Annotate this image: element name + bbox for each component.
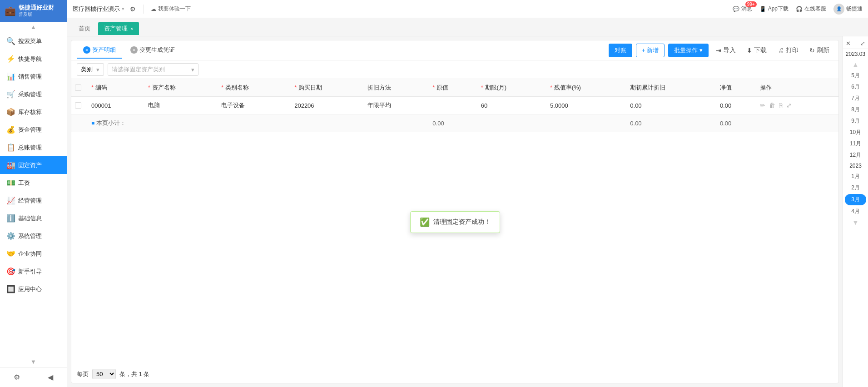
download-button[interactable]: ⬇ 下载 (743, 44, 770, 57)
month-item-5[interactable]: 5月 (843, 70, 868, 81)
tab-home-label: 首页 (79, 25, 90, 33)
months-scroll-up[interactable]: ▲ (843, 59, 868, 70)
refresh-button[interactable]: ↻ 刷新 (806, 44, 833, 57)
month-item-9[interactable]: 9月 (843, 115, 868, 127)
sidebar-scroll-down[interactable]: ▼ (0, 357, 67, 367)
sub-tab-asset-detail[interactable]: ≡ 资产明细 (77, 42, 122, 59)
table-header-purchase-date: * 购买日期 (291, 79, 364, 97)
right-panel-header: ✕ ⤢ (843, 38, 868, 49)
collapse-button[interactable]: ◀ (44, 371, 57, 383)
subtotal-empty-checkbox (71, 114, 88, 132)
tab-asset-mgmt[interactable]: 资产管理 × (98, 22, 139, 35)
month-item-8[interactable]: 8月 (843, 104, 868, 115)
table-header-period-accum: 期初累计折旧 (626, 79, 716, 97)
subtotal-net-value: 0.00 (716, 114, 756, 132)
category-label: 类别 (81, 65, 93, 74)
row-purchase-date: 202206 (291, 97, 364, 114)
month-item-3[interactable]: 3月 (845, 194, 866, 205)
category-input-placeholder: 请选择固定资产类别 (112, 65, 165, 74)
table-header-original-value: * 原值 (429, 79, 477, 97)
month-item-7[interactable]: 7月 (843, 93, 868, 104)
table-header-checkbox (71, 79, 88, 97)
sidebar-item-inventory[interactable]: 📦 库存核算 (0, 103, 67, 121)
sidebar-item-app-center[interactable]: 🔲 应用中心 (0, 280, 67, 298)
sidebar-item-cooperation[interactable]: 🤝 企业协同 (0, 245, 67, 263)
message-icon: 💬 (733, 6, 739, 12)
reconcile-button[interactable]: 对账 (609, 44, 632, 57)
sidebar-item-ledger[interactable]: 📋 总账管理 (0, 139, 67, 156)
settings-button[interactable]: ⚙ (10, 371, 24, 383)
tabs-bar: 首页 资产管理 × (67, 18, 868, 36)
table-header-asset-name: * 资产名称 (144, 79, 218, 97)
sidebar-item-fixed-asset[interactable]: 🏭 固定资产 (0, 156, 67, 174)
month-item-11[interactable]: 11月 (843, 138, 868, 149)
sidebar: 💼 畅捷通好业财 普及版 ▲ 🔍 搜索菜单 ⚡ 快捷导航 📊 销售管理 🛒 采购… (0, 0, 67, 387)
sidebar-item-basic-info[interactable]: ℹ️ 基础信息 (0, 209, 67, 227)
sidebar-item-purchase[interactable]: 🛒 采购管理 (0, 85, 67, 103)
topbar: 医疗器械行业演示 ▾ ⚙ ☁ 我要体验一下 💬 消息 99+ 📱 App下载 🎧… (67, 0, 868, 18)
tab-close-icon[interactable]: × (130, 26, 133, 31)
month-item-10[interactable]: 10月 (843, 127, 868, 138)
print-icon: 🖨 (778, 47, 784, 54)
sidebar-item-system[interactable]: ⚙️ 系统管理 (0, 227, 67, 245)
sidebar-logo: 💼 畅捷通好业财 普及版 (0, 0, 67, 22)
month-item-6[interactable]: 6月 (843, 81, 868, 93)
download-label: 下载 (754, 46, 767, 55)
print-label: 打印 (786, 46, 799, 55)
batch-chevron-icon: ▾ (699, 47, 703, 54)
row-residual-rate: 5.0000 (546, 97, 626, 114)
edit-icon[interactable]: ✏ (760, 102, 765, 109)
new-button[interactable]: + 新增 (636, 44, 665, 57)
month-item-12[interactable]: 12月 (843, 149, 868, 161)
cooperation-icon: 🤝 (6, 249, 15, 258)
sub-tab-change-voucher[interactable]: ≡ 变更生成凭证 (124, 42, 181, 59)
change-voucher-icon: ≡ (130, 46, 138, 54)
row-original-value (429, 97, 477, 114)
app-download-button[interactable]: 📱 App下载 (759, 5, 789, 13)
panel-close-icon[interactable]: ✕ (846, 40, 851, 47)
copy-icon[interactable]: ⎘ (779, 102, 783, 109)
category-input[interactable]: 请选择固定资产类别 ▾ (108, 63, 198, 76)
sidebar-item-label: 搜索菜单 (18, 37, 42, 45)
batch-button[interactable]: 批量操作 ▾ (668, 44, 709, 57)
row-checkbox[interactable] (75, 102, 81, 109)
action-icons: ✏ 🗑 ⎘ ⤢ (760, 102, 835, 109)
more-icon[interactable]: ⤢ (786, 102, 792, 109)
company-selector[interactable]: 医疗器械行业演示 ▾ (73, 5, 124, 13)
main-area: 医疗器械行业演示 ▾ ⚙ ☁ 我要体验一下 💬 消息 99+ 📱 App下载 🎧… (67, 0, 868, 387)
sidebar-item-payroll[interactable]: 💵 工资 (0, 174, 67, 192)
sidebar-item-sales[interactable]: 📊 销售管理 (0, 68, 67, 85)
user-profile[interactable]: 👤 畅捷通 (833, 4, 863, 15)
sidebar-item-management[interactable]: 📈 经营管理 (0, 192, 67, 209)
category-select[interactable]: 类别 ▾ (77, 63, 104, 76)
print-button[interactable]: 🖨 打印 (774, 44, 802, 57)
pagination: 每页 50 100 200 条，共 1 条 (71, 365, 838, 383)
per-page-label: 每页 (77, 370, 89, 378)
table-header-period-month: * 期限(月) (477, 79, 546, 97)
message-button[interactable]: 💬 消息 99+ (733, 5, 752, 13)
guide-icon: 🎯 (6, 267, 15, 276)
months-scroll-down[interactable]: ▼ (843, 217, 868, 228)
sidebar-item-quick-nav[interactable]: ⚡ 快捷导航 (0, 50, 67, 68)
download-icon: ⬇ (747, 47, 752, 54)
online-service-button[interactable]: 🎧 在线客服 (796, 5, 826, 13)
sidebar-item-search[interactable]: 🔍 搜索菜单 (0, 32, 67, 50)
sidebar-item-guide[interactable]: 🎯 新手引导 (0, 263, 67, 280)
row-code: 000001 (88, 97, 144, 114)
delete-icon[interactable]: 🗑 (769, 102, 775, 109)
sidebar-item-capital[interactable]: 💰 资金管理 (0, 121, 67, 139)
sidebar-scroll-up[interactable]: ▲ (0, 22, 67, 32)
month-item-4[interactable]: 4月 (843, 206, 868, 217)
right-panel: ✕ ⤢ 2023.03 ▲ 5月 6月 7月 8月 9月 10月 11月 12月… (843, 36, 868, 387)
per-page-select[interactable]: 50 100 200 (92, 369, 116, 379)
topbar-right: 💬 消息 99+ 📱 App下载 🎧 在线客服 👤 畅捷通 (733, 4, 863, 15)
settings-icon[interactable]: ⚙ (130, 5, 136, 13)
month-item-2[interactable]: 2月 (843, 182, 868, 194)
panel-expand-icon[interactable]: ⤢ (860, 40, 865, 47)
sidebar-item-label: 快捷导航 (18, 55, 42, 63)
import-button[interactable]: ⇥ 导入 (712, 44, 739, 57)
month-item-1[interactable]: 1月 (843, 171, 868, 182)
select-all-checkbox[interactable] (75, 84, 81, 91)
tab-home[interactable]: 首页 (73, 22, 96, 35)
experience-button[interactable]: ☁ 我要体验一下 (151, 5, 191, 13)
